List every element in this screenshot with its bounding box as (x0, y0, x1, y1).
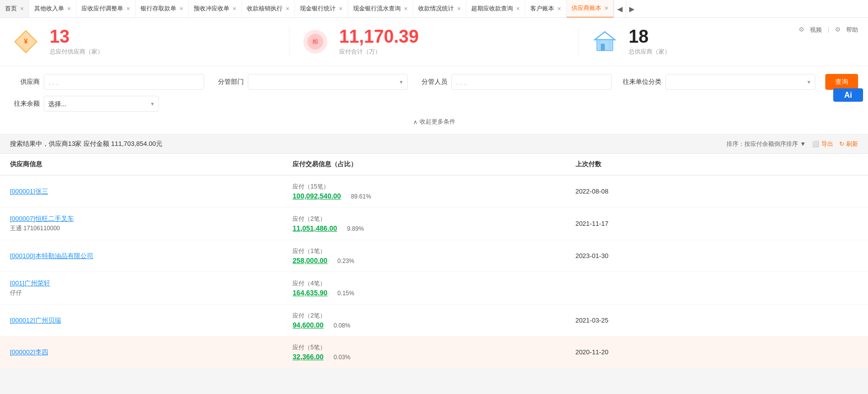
tx-label-5: 应付（2笔） (292, 312, 575, 320)
tx-percent-5: 0.08% (334, 322, 351, 329)
collapse-arrow-icon: ∧ (413, 119, 418, 126)
stat-icon-2: 粮 (299, 26, 331, 58)
last-pay-6: 2020-11-20 (576, 348, 858, 356)
nav-item-cash-stats[interactable]: 现金银行统计 ✕ (295, 0, 348, 18)
close-icon[interactable]: ✕ (516, 6, 520, 11)
person-label: 分管人员 (418, 77, 447, 86)
query-button[interactable]: 查询 (825, 74, 858, 90)
tx-amount-5[interactable]: 94,600.00 (292, 321, 323, 329)
tx-amount-2[interactable]: 11,051,486.00 (292, 224, 337, 232)
help-link[interactable]: 帮助 (846, 26, 858, 34)
nav-item-cash-flow[interactable]: 现金银行流水查询 ✕ (348, 0, 413, 18)
last-pay-2: 2021-11-17 (576, 220, 858, 227)
stat-info-1: 13 总应付供应商（家） (50, 28, 103, 56)
nav-item-customer-ledger[interactable]: 客户账本 ✕ (525, 0, 567, 18)
supplier-link-5[interactable]: [000012]广州贝瑞 (10, 317, 61, 324)
filter-area: 供应商 ... 分管部门 ▼ 分管人员 ... 往来单位分类 (0, 66, 868, 134)
tx-row-4: 164,635.90 0.15% (292, 289, 575, 297)
person-input[interactable]: ... (451, 74, 612, 90)
nav-prev-arrow[interactable]: ◀ (614, 0, 626, 18)
ai-badge[interactable]: Ai (833, 88, 863, 102)
dept-select[interactable] (248, 74, 408, 90)
tx-row-3: 258,000.00 0.23% (292, 257, 575, 264)
tx-amount-6[interactable]: 32,366.00 (292, 353, 323, 361)
supplier-link-3[interactable]: [000100]本特勒油品有限公司 (10, 252, 93, 260)
nav-label: 银行存取款单 (141, 4, 176, 13)
last-pay-5: 2021-03-25 (576, 317, 858, 324)
balance-select[interactable]: 选择... (44, 96, 159, 112)
close-icon[interactable]: ✕ (67, 6, 71, 11)
svg-text:¥: ¥ (24, 37, 28, 45)
nav-item-other-income[interactable]: 其他收入单 ✕ (29, 0, 76, 18)
sort-select[interactable]: 排序：按应付余额倒序排序 ▼ (726, 140, 806, 148)
dept-select-wrap: ▼ (248, 74, 408, 90)
nav-item-overdue[interactable]: 超期应收款查询 ✕ (466, 0, 525, 18)
tx-label-1: 应付（15笔） (292, 183, 575, 191)
close-icon[interactable]: ✕ (232, 6, 236, 11)
last-pay-date-2: 2021-11-17 (576, 220, 609, 227)
collapse-button[interactable]: ∧ 收起更多条件 (413, 118, 455, 126)
last-pay-date-3: 2023-01-30 (576, 252, 609, 260)
stat-label-1: 总应付供应商（家） (50, 48, 103, 56)
filter-category: 往来单位分类 ▼ (622, 74, 816, 90)
close-icon[interactable]: ✕ (339, 6, 343, 11)
nav-item-bank-deposit[interactable]: 银行存取款单 ✕ (136, 0, 189, 18)
supplier-input[interactable]: ... (44, 74, 204, 90)
refresh-icon: ↻ (839, 140, 844, 147)
nav-label: 预收冲应收单 (194, 4, 229, 13)
category-label: 往来单位分类 (622, 77, 661, 86)
tx-info-4: 应付（4笔） 164,635.90 0.15% (292, 279, 575, 297)
tx-amount-4[interactable]: 164,635.90 (292, 289, 327, 297)
close-icon[interactable]: ✕ (604, 5, 608, 11)
export-icon: ⬜ (812, 140, 819, 147)
nav-item-collection-stats[interactable]: 收款情况统计 ✕ (413, 0, 466, 18)
nav-item-collection[interactable]: 收款核销执行 ✕ (242, 0, 295, 18)
close-icon[interactable]: ✕ (20, 6, 24, 11)
video-link[interactable]: 视频 (810, 26, 822, 34)
nav-label: 其他收入单 (34, 4, 64, 13)
supplier-link-4[interactable]: [001]广州荣轩 (10, 279, 50, 287)
tx-row-1: 100,092,540.00 89.61% (292, 192, 575, 200)
stat-icon-1: ¥ (10, 26, 42, 58)
ai-badge-label: Ai (844, 91, 852, 100)
supplier-label: 供应商 (10, 77, 40, 86)
export-button[interactable]: ⬜ 导出 (812, 140, 833, 148)
col-header-tx: 应付交易信息（占比） (292, 160, 575, 169)
refresh-button[interactable]: ↻ 刷新 (839, 140, 858, 148)
tx-percent-6: 0.03% (334, 354, 351, 361)
close-icon[interactable]: ✕ (179, 6, 183, 11)
nav-item-supplier-ledger[interactable]: 供应商账本 ✕ (567, 0, 614, 18)
close-icon[interactable]: ✕ (457, 6, 461, 11)
supplier-info-5: [000012]广州贝瑞 (10, 316, 292, 325)
tx-percent-3: 0.23% (337, 258, 354, 264)
tx-percent-2: 9.89% (347, 225, 364, 232)
filter-supplier: 供应商 ... (10, 74, 204, 90)
balance-select-wrap: 选择... ▼ (44, 96, 159, 112)
nav-label: 应收应付调整单 (81, 4, 123, 13)
results-actions: 排序：按应付余额倒序排序 ▼ ⬜ 导出 ↻ 刷新 (726, 140, 858, 148)
tx-percent-4: 0.15% (337, 290, 354, 297)
nav-item-advance[interactable]: 预收冲应收单 ✕ (189, 0, 242, 18)
nav-item-ar-adjust[interactable]: 应收应付调整单 ✕ (76, 0, 136, 18)
supplier-link-6[interactable]: [000002]李四 (10, 348, 48, 356)
close-icon[interactable]: ✕ (126, 6, 130, 11)
nav-label: 供应商账本 (572, 4, 601, 12)
stat-divider-2 (579, 27, 579, 57)
close-icon[interactable]: ✕ (286, 6, 289, 11)
last-pay-date-1: 2022-08-08 (576, 188, 609, 195)
tx-amount-1[interactable]: 100,092,540.00 (292, 192, 341, 200)
supplier-info-2: [000007]恒旺二手叉车 王通 17106110000 (10, 214, 292, 233)
supplier-link-1[interactable]: [000001]张三 (10, 188, 48, 195)
supplier-info-4: [001]广州荣轩 仔仔 (10, 279, 292, 297)
sort-label: 排序：按应付余额倒序排序 (726, 140, 798, 148)
filter-balance: 往来余额 选择... ▼ (10, 96, 159, 112)
col-header-lastpay: 上次付数 (576, 160, 858, 169)
nav-item-home[interactable]: 首页 ✕ (0, 0, 29, 18)
category-select[interactable] (665, 74, 816, 90)
close-icon[interactable]: ✕ (404, 6, 408, 11)
tx-amount-3[interactable]: 258,000.00 (292, 257, 327, 264)
nav-next-arrow[interactable]: ▶ (626, 0, 638, 18)
close-icon[interactable]: ✕ (557, 6, 561, 11)
results-bar: 搜索结果中，供应商13家 应付金额 111,703,854.00元 排序：按应付… (0, 134, 868, 154)
supplier-link-2[interactable]: [000007]恒旺二手叉车 (10, 215, 74, 222)
